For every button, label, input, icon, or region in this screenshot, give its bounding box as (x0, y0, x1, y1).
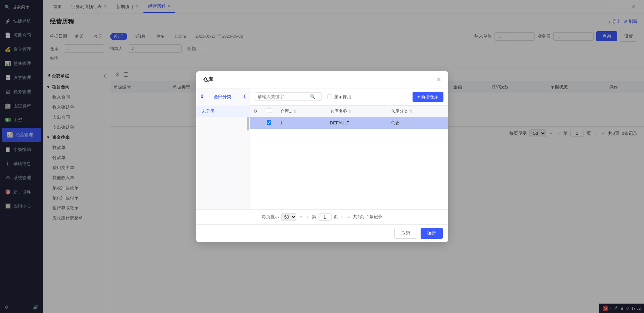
uncat-label: 未分类 (202, 109, 215, 114)
table-row[interactable]: 1 DEFAULT 总仓 (250, 117, 448, 129)
modal-next-page[interactable]: › (340, 214, 344, 220)
confirm-button[interactable]: 确定 (421, 228, 443, 239)
row-checkbox[interactable] (267, 120, 271, 125)
modal-actions: 取消 确定 (196, 224, 448, 242)
add-warehouse-button[interactable]: + 新增仓库 (413, 92, 443, 102)
modal-page-unit: 页 (334, 214, 338, 220)
modal-left-item-uncat[interactable]: 未分类 (196, 106, 250, 117)
modal-right-panel: 🔍 显示停用 + 新增仓库 (250, 88, 448, 209)
col-code-label: 仓库... (280, 109, 293, 114)
modal-toolbar: 🔍 显示停用 + 新增仓库 (250, 88, 448, 106)
row-name: 总仓 (387, 117, 448, 129)
modal-last-page[interactable]: » (346, 214, 351, 220)
show-disabled-toggle[interactable]: 显示停用 (327, 94, 351, 100)
modal-first-page[interactable]: « (298, 214, 303, 220)
sort-code-icon[interactable]: ⇅ (294, 109, 297, 113)
modal-search-box[interactable]: 🔍 (255, 92, 322, 101)
modal-table-area: ⚙ 仓库... ⇅ 仓库名称 (250, 106, 448, 209)
modal-pagination: 每页显示 50 « ‹ 第 页 › » 共1页, 1条记录 (202, 213, 443, 221)
modal-search-input[interactable] (258, 94, 308, 99)
cancel-button[interactable]: 取消 (394, 228, 417, 239)
modal-total: 共1页, 1条记录 (353, 214, 382, 220)
modal-page-label: 第 (312, 214, 316, 220)
modal-left-panel: ⠿ 全部分类 《 未分类 (196, 88, 250, 209)
sort-name-icon[interactable]: ⇅ (349, 109, 352, 113)
col-warehouse-code: 仓库... ⇅ (277, 106, 327, 117)
col-name-label: 仓库名称 (330, 109, 347, 114)
sort-cat-icon[interactable]: ⇅ (409, 109, 412, 113)
modal-header: 仓库 ✕ (196, 71, 448, 88)
modal-per-page-select[interactable]: 50 (281, 213, 296, 221)
col-warehouse-cat: 仓库分类 ⇅ (387, 106, 448, 117)
row-settings (250, 117, 263, 129)
settings-icon-col[interactable]: ⚙ (253, 109, 257, 114)
modal-per-page-label: 每页显示 (262, 214, 279, 220)
col-check (263, 106, 277, 117)
col-cat-label: 仓库分类 (391, 109, 408, 114)
warehouse-modal: 仓库 ✕ ⠿ 全部分类 《 未分类 (196, 71, 448, 242)
show-disabled-checkbox[interactable] (327, 94, 332, 99)
col-warehouse-name: 仓库名称 ⇅ (327, 106, 387, 117)
row-code: DEFAULT (327, 117, 387, 129)
row-check[interactable] (263, 117, 277, 129)
modal-title: 仓库 (203, 76, 213, 83)
modal-footer: 每页显示 50 « ‹ 第 页 › » 共1页, 1条记录 (196, 209, 448, 224)
modal-close-button[interactable]: ✕ (436, 76, 441, 83)
modal-page-input[interactable] (318, 213, 332, 221)
search-icon-modal: 🔍 (310, 94, 315, 99)
divider (196, 104, 250, 104)
col-settings: ⚙ (250, 106, 263, 117)
modal-select-all[interactable] (267, 109, 271, 113)
grid-icon-modal: ⠿ (200, 94, 204, 99)
collapse-icon[interactable]: 《 (241, 94, 246, 100)
modal-body: ⠿ 全部分类 《 未分类 (196, 88, 448, 209)
modal-all-categories[interactable]: ⠿ 全部分类 《 (196, 91, 250, 103)
row-id: 1 (277, 117, 327, 129)
show-disabled-label: 显示停用 (334, 94, 351, 100)
all-categories-label: 全部分类 (214, 94, 231, 100)
scrollbar-thumb[interactable] (247, 117, 249, 130)
modal-table: ⚙ 仓库... ⇅ 仓库名称 (250, 106, 448, 129)
modal-prev-page[interactable]: ‹ (305, 214, 309, 220)
modal-overlay: 仓库 ✕ ⠿ 全部分类 《 未分类 (0, 0, 644, 313)
